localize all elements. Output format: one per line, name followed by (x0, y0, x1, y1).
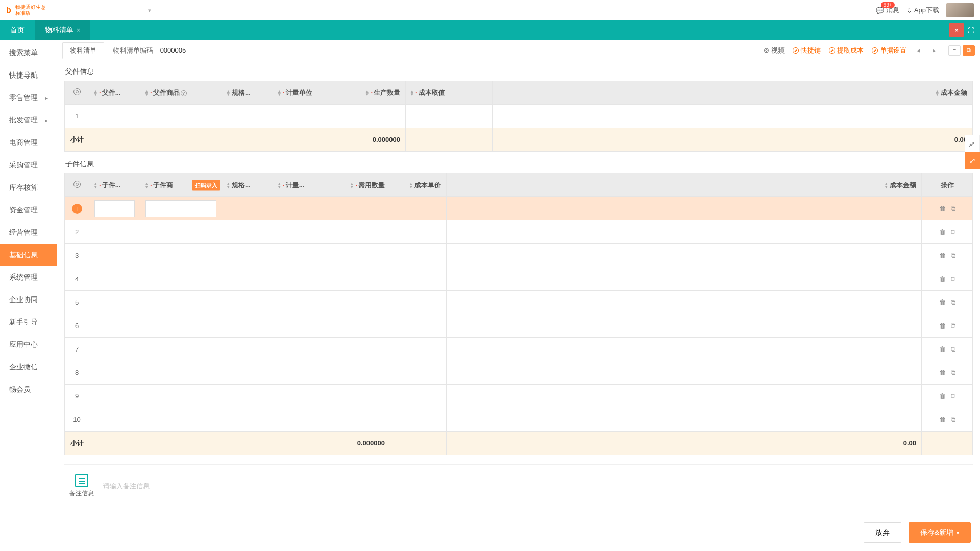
close-all-button[interactable]: × (949, 23, 964, 37)
copy-row-icon[interactable] (951, 368, 955, 377)
delete-row-icon[interactable] (939, 298, 946, 307)
doc-settings-button[interactable]: 单据设置 (872, 46, 906, 55)
nav-prev-icon[interactable]: ◂ (915, 46, 922, 54)
sidebar-item-wholesale[interactable]: 批发管理▸ (0, 109, 57, 132)
tab-bom[interactable]: 物料清单 × (35, 20, 90, 40)
sidebar-item-apps[interactable]: 应用中心 (0, 334, 57, 356)
table-row[interactable]: 8 (65, 361, 973, 385)
table-row[interactable]: + (65, 197, 973, 220)
add-row-button[interactable]: + (72, 204, 82, 214)
video-button[interactable]: ⊚视频 (764, 46, 785, 55)
sidebar-item-system[interactable]: 系统管理 (0, 266, 57, 289)
shortcut-button[interactable]: 快捷键 (793, 46, 821, 55)
col-parent-qty[interactable]: ▴▾·生产数量 (339, 81, 406, 105)
sidebar-item-wecom[interactable]: 企业微信 (0, 356, 57, 379)
close-icon[interactable]: × (77, 27, 80, 34)
col-parent-costamt[interactable]: ▴▾成本金额 (493, 81, 973, 105)
tab-home[interactable]: 首页 (0, 20, 35, 40)
table-row[interactable]: 4 (65, 267, 973, 291)
delete-row-icon[interactable] (939, 345, 946, 354)
delete-row-icon[interactable] (939, 415, 946, 424)
table-row[interactable]: 3 (65, 244, 973, 267)
copy-row-icon[interactable] (951, 228, 955, 236)
download-icon: ⇩ (906, 7, 912, 14)
sidebar-item-quick[interactable]: 快捷导航 (0, 64, 57, 87)
col-child-costamt[interactable]: ▴▾成本金额 (447, 173, 922, 197)
gear-icon[interactable] (74, 88, 81, 95)
fullscreen-icon[interactable]: ⛶ (966, 25, 976, 35)
sidebar-item-guide[interactable]: 新手引导 (0, 311, 57, 334)
gear-icon[interactable] (74, 181, 81, 188)
sidebar-item-search[interactable]: 搜索菜单 (0, 42, 57, 64)
sidebar-item-retail[interactable]: 零售管理▸ (0, 87, 57, 109)
page-tab-bom[interactable]: 物料清单 (62, 42, 104, 59)
copy-row-icon[interactable] (951, 298, 955, 307)
discard-button[interactable]: 放弃 (864, 522, 901, 543)
sidebar-item-ecom[interactable]: 电商管理 (0, 132, 57, 154)
sidebar-item-ops[interactable]: 经营管理 (0, 221, 57, 244)
delete-row-icon[interactable] (939, 228, 946, 236)
col-parent-code[interactable]: ▴▾·父件... (89, 81, 140, 105)
sidebar-item-stock[interactable]: 库存核算 (0, 177, 57, 199)
col-parent-unit[interactable]: ▴▾·计量单位 (273, 81, 339, 105)
extract-cost-button[interactable]: 提取成本 (829, 46, 864, 55)
view-list-button[interactable]: ≡ (948, 45, 961, 56)
copy-row-icon[interactable] (951, 204, 955, 213)
copy-row-icon[interactable] (951, 251, 955, 260)
copy-row-icon[interactable] (951, 345, 955, 354)
col-child-qty[interactable]: ▴▾·需用数量 (324, 173, 390, 197)
delete-row-icon[interactable] (939, 204, 946, 213)
attachment-icon[interactable]: 🖉 (965, 135, 980, 152)
remark-input[interactable] (103, 478, 968, 494)
sidebar-item-label: 采购管理 (9, 161, 38, 170)
messages-button[interactable]: 💬 消息 99+ (876, 6, 899, 15)
delete-row-icon[interactable] (939, 321, 946, 330)
col-child-product[interactable]: ▴▾·子件商扫码录入 (140, 173, 222, 197)
table-row[interactable]: 5 (65, 291, 973, 314)
save-new-label: 保存&新增 (920, 528, 953, 536)
sidebar-item-collab[interactable]: 企业协同 (0, 289, 57, 311)
col-child-code[interactable]: ▴▾·子件... (89, 173, 140, 197)
chevron-down-icon[interactable]: ▾ (148, 7, 151, 14)
save-new-button[interactable]: 保存&新增▾ (909, 522, 971, 543)
delete-row-icon[interactable] (939, 392, 946, 400)
delete-row-icon[interactable] (939, 274, 946, 283)
table-row[interactable]: 2 (65, 220, 973, 244)
expand-icon[interactable]: ⤢ (965, 152, 980, 169)
help-icon[interactable]: ? (181, 90, 187, 96)
sidebar-item-purchase[interactable]: 采购管理 (0, 154, 57, 177)
avatar[interactable] (946, 3, 974, 17)
parent-row[interactable]: 1 (65, 105, 973, 128)
copy-row-icon[interactable] (951, 415, 955, 424)
sidebar-item-funds[interactable]: 资金管理 (0, 199, 57, 221)
col-child-costprice[interactable]: ▴▾成本单价 (390, 173, 447, 197)
view-detail-button[interactable]: ⧉ (963, 45, 975, 56)
col-child-spec[interactable]: ▴▾规格... (222, 173, 273, 197)
nav-next-icon[interactable]: ▸ (930, 46, 938, 54)
copy-row-icon[interactable] (951, 392, 955, 400)
table-row[interactable]: 7 (65, 338, 973, 361)
shortcut-label: 快捷键 (801, 46, 821, 55)
col-child-ops: 操作 (922, 173, 973, 197)
sidebar-item-basic[interactable]: 基础信息 (0, 244, 57, 266)
delete-row-icon[interactable] (939, 368, 946, 377)
table-row[interactable]: 10 (65, 408, 973, 432)
delete-row-icon[interactable] (939, 251, 946, 260)
chevron-down-icon[interactable]: ▾ (957, 530, 959, 536)
col-child-unit[interactable]: ▴▾·计量... (273, 173, 324, 197)
parent-subtotal-amt: 0.00 (493, 128, 973, 152)
app-download-button[interactable]: ⇩ App下载 (906, 6, 939, 15)
col-parent-costsrc[interactable]: ▴▾·成本取值 (406, 81, 493, 105)
child-code-input[interactable] (94, 200, 135, 217)
table-row[interactable]: 9 (65, 385, 973, 408)
table-row[interactable]: 6 (65, 314, 973, 338)
play-icon: ⊚ (764, 46, 769, 54)
child-product-input[interactable] (145, 200, 216, 217)
sidebar-item-member[interactable]: 畅会员 (0, 379, 57, 401)
col-parent-product[interactable]: ▴▾·父件商品? (140, 81, 222, 105)
copy-row-icon[interactable] (951, 274, 955, 283)
col-parent-spec[interactable]: ▴▾规格... (222, 81, 273, 105)
parent-section-title: 父件信息 (65, 67, 973, 77)
scan-input-tag[interactable]: 扫码录入 (192, 180, 220, 190)
copy-row-icon[interactable] (951, 321, 955, 330)
